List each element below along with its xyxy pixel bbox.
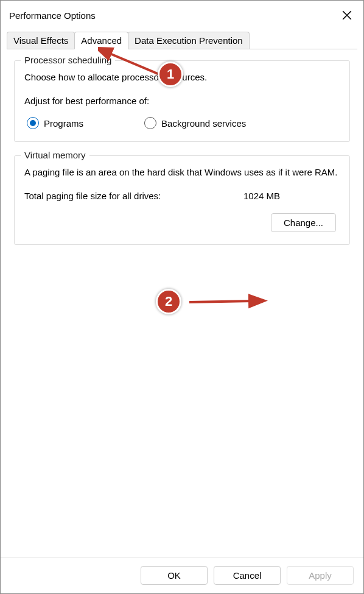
paging-size-value: 1024 MB xyxy=(243,191,340,201)
window-title: Performance Options xyxy=(9,10,96,21)
processor-desc: Choose how to allocate processor resourc… xyxy=(24,72,340,82)
virtual-memory-desc: A paging file is an area on the hard dis… xyxy=(24,167,340,177)
radio-programs-label: Programs xyxy=(44,118,83,129)
radio-programs[interactable]: Programs xyxy=(27,117,83,129)
radio-icon xyxy=(27,117,39,129)
ok-button[interactable]: OK xyxy=(141,566,208,585)
annotation-arrow-2 xyxy=(180,290,271,314)
virtual-memory-legend: Virtual memory xyxy=(21,150,89,160)
processor-scheduling-legend: Processor scheduling xyxy=(21,55,115,65)
paging-size-label: Total paging file size for all drives: xyxy=(24,191,243,201)
adjust-label: Adjust for best performance of: xyxy=(24,96,340,106)
radio-icon xyxy=(144,117,156,129)
cancel-button[interactable]: Cancel xyxy=(214,566,281,585)
radio-bg-label: Background services xyxy=(161,118,246,129)
processor-scheduling-group: Processor scheduling Choose how to alloc… xyxy=(14,60,350,142)
change-button[interactable]: Change... xyxy=(271,213,336,232)
apply-button[interactable]: Apply xyxy=(287,566,354,585)
tab-dep[interactable]: Data Execution Prevention xyxy=(128,32,250,49)
tab-visual-effects[interactable]: Visual Effects xyxy=(7,32,75,49)
close-icon xyxy=(341,10,352,21)
tab-content: Processor scheduling Choose how to alloc… xyxy=(1,49,363,269)
svg-line-1 xyxy=(189,301,253,302)
tab-bar: Visual Effects Advanced Data Execution P… xyxy=(1,31,363,49)
virtual-memory-group: Virtual memory A paging file is an area … xyxy=(14,155,350,245)
dialog-footer: OK Cancel Apply xyxy=(1,557,363,593)
annotation-marker-2: 2 xyxy=(156,289,181,314)
tab-advanced[interactable]: Advanced xyxy=(74,32,128,49)
radio-background-services[interactable]: Background services xyxy=(144,117,246,129)
close-button[interactable] xyxy=(339,7,355,23)
